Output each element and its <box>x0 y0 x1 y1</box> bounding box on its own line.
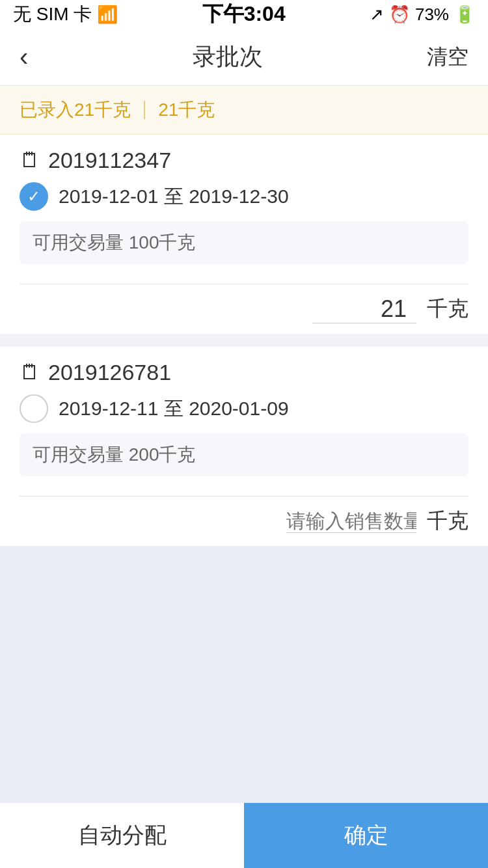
batch-1-card: 🗒 2019112347 ✓ 2019-12-01 至 2019-12-30 可… <box>0 135 488 334</box>
status-right: ↗ ⏰ 73% 🔋 <box>370 5 475 25</box>
batch-1-availability: 可用交易量 100千克 <box>20 221 468 264</box>
recorded-amount: 已录入21千克 <box>20 98 131 122</box>
batch-2-item: 🗒 2019126781 2019-12-11 至 2020-01-09 可用交… <box>0 347 488 496</box>
auto-distribute-button[interactable]: 自动分配 <box>0 803 244 868</box>
batch-2-card: 🗒 2019126781 2019-12-11 至 2020-01-09 可用交… <box>0 347 488 546</box>
bottom-bar: 自动分配 确定 <box>0 803 488 868</box>
section-gap <box>0 334 488 347</box>
sim-label: 无 SIM 卡 <box>13 2 92 27</box>
batch-2-availability: 可用交易量 200千克 <box>20 433 468 476</box>
batch-2-id: 2019126781 <box>48 360 171 385</box>
location-icon: ↗ <box>370 5 384 25</box>
back-button[interactable]: ‹ <box>20 42 28 72</box>
batch-2-date-row[interactable]: 2019-12-11 至 2020-01-09 <box>20 394 468 423</box>
batch-2-radio[interactable] <box>20 394 48 423</box>
batch-2-date: 2019-12-11 至 2020-01-09 <box>59 396 289 422</box>
batch-2-header: 🗒 2019126781 <box>20 360 468 385</box>
nav-bar: ‹ 录批次 清空 <box>0 29 488 86</box>
batch-1-radio[interactable]: ✓ <box>20 182 48 211</box>
status-bar: 无 SIM 卡 📶 下午3:04 ↗ ⏰ 73% 🔋 <box>0 0 488 29</box>
status-left: 无 SIM 卡 📶 <box>13 2 118 27</box>
wifi-icon: 📶 <box>97 5 118 25</box>
check-icon: ✓ <box>27 187 40 206</box>
battery-label: 73% <box>415 5 449 25</box>
batch-2-quantity-input[interactable] <box>286 510 416 533</box>
batch-1-id: 2019112347 <box>48 148 171 173</box>
batch-1-date: 2019-12-01 至 2019-12-30 <box>59 183 289 210</box>
page-title: 录批次 <box>193 41 263 73</box>
info-banner: 已录入21千克 21千克 <box>0 86 488 135</box>
batch-1-quantity-input[interactable] <box>312 295 416 323</box>
batch-1-quantity-row: 千克 <box>0 284 488 334</box>
batch-2-icon: 🗒 <box>20 360 40 385</box>
empty-area <box>0 546 488 819</box>
confirm-button[interactable]: 确定 <box>244 803 488 868</box>
status-time: 下午3:04 <box>202 0 286 29</box>
alarm-icon: ⏰ <box>389 5 410 25</box>
batch-2-input-row: 千克 <box>0 496 488 546</box>
batch-2-unit: 千克 <box>427 507 468 536</box>
batch-1-icon: 🗒 <box>20 148 40 172</box>
total-amount: 21千克 <box>158 98 215 122</box>
batch-1-header: 🗒 2019112347 <box>20 148 468 173</box>
batch-1-item: 🗒 2019112347 ✓ 2019-12-01 至 2019-12-30 可… <box>0 135 488 284</box>
battery-icon: 🔋 <box>454 5 475 25</box>
info-divider <box>144 101 145 119</box>
batch-1-date-row[interactable]: ✓ 2019-12-01 至 2019-12-30 <box>20 182 468 211</box>
batch-1-unit: 千克 <box>427 295 468 323</box>
clear-button[interactable]: 清空 <box>427 43 468 72</box>
